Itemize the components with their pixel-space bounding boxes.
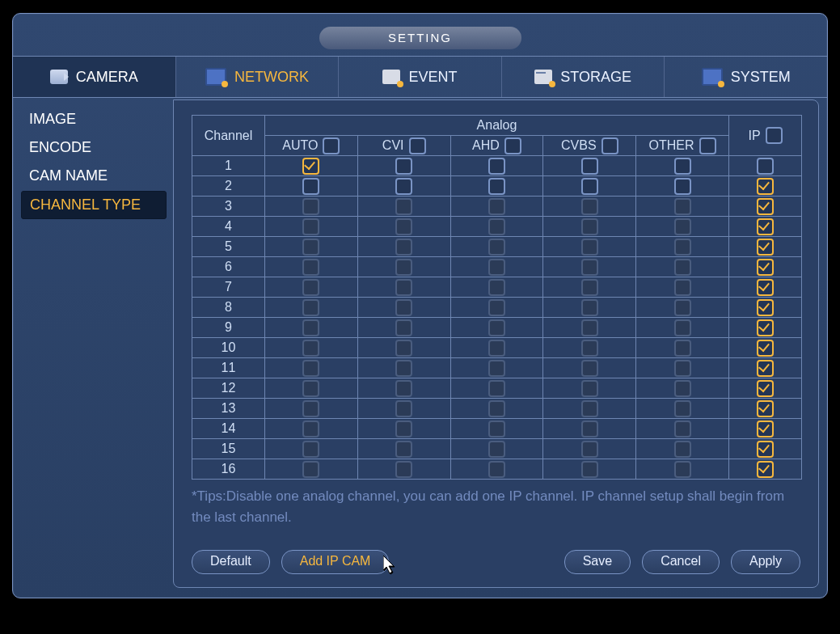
table-row: 9 — [192, 318, 802, 338]
table-row: 2 — [192, 176, 802, 197]
sidebar: IMAGEENCODECAM NAMECHANNEL TYPE — [21, 104, 167, 588]
cvbs-checkbox — [581, 360, 598, 377]
ip-checkbox[interactable] — [757, 198, 774, 215]
ip-checkbox[interactable] — [757, 400, 774, 417]
cell-ip — [729, 338, 802, 358]
ip-checkbox[interactable] — [757, 360, 774, 377]
other-checkbox — [674, 340, 691, 357]
cell-ip — [729, 419, 802, 439]
cell-cvbs — [543, 217, 636, 237]
header-ahd-checkbox[interactable] — [504, 137, 521, 154]
system-icon — [702, 68, 723, 86]
other-checkbox — [674, 441, 691, 458]
cell-cvi — [357, 318, 450, 338]
ahd-checkbox[interactable] — [488, 158, 505, 175]
cell-cvbs — [543, 439, 636, 459]
cvi-checkbox[interactable] — [395, 178, 412, 195]
header-ip-checkbox[interactable] — [766, 127, 783, 144]
ip-checkbox[interactable] — [757, 299, 774, 316]
other-checkbox — [674, 380, 691, 397]
header-auto-checkbox[interactable] — [323, 137, 340, 154]
cell-cvbs — [543, 378, 636, 399]
table-row: 8 — [192, 298, 802, 318]
other-checkbox[interactable] — [674, 178, 691, 195]
cell-cvi — [357, 277, 450, 298]
tab-system[interactable]: SYSTEM — [665, 57, 827, 97]
other-checkbox — [674, 279, 691, 296]
tab-label: NETWORK — [234, 69, 309, 86]
add-ip-cam-button[interactable]: Add IP CAM — [281, 550, 390, 574]
auto-checkbox — [302, 380, 319, 397]
cell-cvi — [357, 237, 450, 257]
cvbs-checkbox — [581, 400, 598, 417]
ip-checkbox[interactable] — [757, 239, 774, 256]
cell-auto — [265, 257, 358, 277]
cvbs-checkbox[interactable] — [581, 178, 598, 195]
top-tab-bar: CAMERANETWORKEVENTSTORAGESYSTEM — [13, 56, 827, 98]
sidebar-item-camname[interactable]: CAM NAME — [21, 163, 167, 189]
sidebar-item-image[interactable]: IMAGE — [21, 106, 167, 133]
cell-channel: 2 — [192, 176, 265, 197]
ahd-checkbox — [488, 380, 505, 397]
cell-other — [636, 399, 729, 419]
auto-checkbox[interactable] — [302, 178, 319, 195]
sidebar-item-encode[interactable]: ENCODE — [21, 134, 167, 161]
cell-cvi — [357, 156, 450, 176]
table-row: 5 — [192, 237, 802, 257]
tab-event[interactable]: EVENT — [339, 57, 502, 97]
cell-cvi — [357, 399, 450, 419]
ip-checkbox[interactable] — [757, 340, 774, 357]
header-cvbs-label: CVBS — [561, 138, 597, 153]
cell-auto — [265, 439, 358, 459]
cell-auto — [265, 237, 358, 257]
cell-channel: 3 — [192, 197, 265, 217]
header-ahd: AHD — [450, 136, 543, 156]
header-other-checkbox[interactable] — [699, 137, 716, 154]
ip-checkbox[interactable] — [757, 259, 774, 276]
auto-checkbox[interactable] — [302, 158, 319, 175]
default-button[interactable]: Default — [192, 550, 270, 574]
cancel-button[interactable]: Cancel — [642, 550, 720, 574]
cell-cvi — [357, 419, 450, 439]
cvi-checkbox — [395, 239, 412, 256]
table-row: 12 — [192, 378, 802, 399]
ip-checkbox[interactable] — [757, 178, 774, 195]
other-checkbox[interactable] — [674, 158, 691, 175]
ip-checkbox[interactable] — [757, 461, 774, 478]
ip-checkbox[interactable] — [757, 158, 774, 175]
cvi-checkbox — [395, 218, 412, 235]
tab-storage[interactable]: STORAGE — [502, 57, 665, 97]
cell-ahd — [450, 156, 543, 176]
cvi-checkbox — [395, 360, 412, 377]
ip-checkbox[interactable] — [757, 279, 774, 296]
cell-cvi — [357, 176, 450, 197]
cell-channel: 9 — [192, 318, 265, 338]
cell-cvbs — [543, 156, 636, 176]
header-cvi-checkbox[interactable] — [409, 137, 426, 154]
ip-checkbox[interactable] — [757, 380, 774, 397]
tab-camera[interactable]: CAMERA — [13, 57, 176, 97]
auto-checkbox — [302, 279, 319, 296]
cvi-checkbox[interactable] — [395, 158, 412, 175]
cell-cvbs — [543, 459, 636, 480]
cell-auto — [265, 217, 358, 237]
header-cvbs-checkbox[interactable] — [602, 137, 618, 154]
sidebar-item-channeltype[interactable]: CHANNEL TYPE — [21, 191, 167, 219]
cell-ahd — [450, 459, 543, 480]
ip-checkbox[interactable] — [757, 421, 774, 437]
cell-cvi — [357, 459, 450, 480]
save-button[interactable]: Save — [564, 550, 631, 574]
cell-other — [636, 217, 729, 237]
ahd-checkbox[interactable] — [488, 178, 505, 195]
apply-button[interactable]: Apply — [731, 550, 800, 574]
header-ip: IP — [729, 116, 802, 156]
cell-channel: 14 — [192, 419, 265, 439]
ip-checkbox[interactable] — [757, 319, 774, 336]
tab-network[interactable]: NETWORK — [176, 57, 340, 97]
ip-checkbox[interactable] — [757, 218, 774, 235]
ip-checkbox[interactable] — [757, 441, 774, 458]
cvbs-checkbox — [581, 461, 598, 478]
cell-cvbs — [543, 399, 636, 419]
header-other-label: OTHER — [649, 138, 694, 153]
cvbs-checkbox[interactable] — [581, 158, 598, 175]
